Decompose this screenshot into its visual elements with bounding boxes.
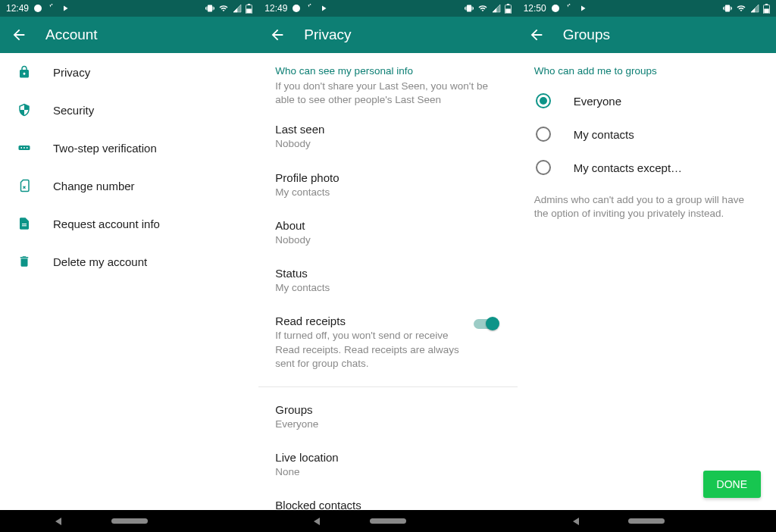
list-item-label: Delete my account — [53, 255, 147, 268]
page-title: Privacy — [304, 27, 351, 43]
setting-title: Status — [275, 267, 500, 280]
list-item-label: Request account info — [53, 217, 160, 230]
lock-icon — [17, 65, 32, 79]
signal-icon — [749, 4, 760, 13]
status-icon — [33, 4, 42, 13]
list-item-label: Change number — [53, 180, 135, 192]
setting-last-seen[interactable]: Last seen Nobody — [258, 113, 517, 161]
account-list: Privacy Security Two-step verification C… — [0, 53, 258, 510]
wifi-icon — [218, 4, 229, 13]
account-item-delete[interactable]: Delete my account — [0, 243, 258, 280]
back-icon[interactable] — [269, 27, 286, 43]
nav-home-icon[interactable] — [628, 518, 665, 524]
status-icon — [292, 4, 301, 13]
account-item-privacy[interactable]: Privacy — [0, 53, 258, 91]
nav-back-icon[interactable] — [573, 518, 579, 525]
wifi-icon — [736, 4, 746, 13]
setting-about[interactable]: About Nobody — [258, 209, 517, 257]
read-receipts-toggle[interactable] — [474, 317, 501, 330]
vibrate-icon — [464, 4, 474, 13]
setting-value: None — [275, 465, 500, 479]
radio-icon — [536, 160, 551, 175]
radio-icon — [536, 93, 551, 108]
status-bar: 12:50 — [518, 0, 776, 17]
battery-icon — [505, 4, 512, 14]
battery-icon — [763, 4, 770, 14]
setting-title: Profile photo — [275, 171, 500, 184]
nav-home-icon[interactable] — [370, 518, 406, 524]
setting-blocked-contacts[interactable]: Blocked contacts — [258, 489, 517, 510]
back-icon[interactable] — [11, 27, 27, 43]
svg-point-6 — [23, 147, 25, 149]
app-bar: Groups — [518, 17, 776, 53]
signal-icon — [491, 4, 502, 13]
radio-option-my-contacts-except[interactable]: My contacts except… — [518, 151, 776, 184]
setting-title: Blocked contacts — [275, 499, 500, 510]
three-phone-container: 12:49 Account Privacy Securi — [0, 0, 776, 510]
setting-value: Everyone — [275, 418, 500, 431]
signal-icon — [232, 4, 242, 13]
svg-point-10 — [293, 5, 300, 12]
setting-title: Read receipts — [275, 315, 464, 327]
done-button[interactable]: DONE — [703, 471, 761, 498]
setting-title: Groups — [275, 403, 500, 416]
svg-rect-13 — [505, 8, 511, 13]
account-item-two-step[interactable]: Two-step verification — [0, 129, 258, 167]
trash-icon — [17, 255, 32, 268]
setting-desc: If turned off, you won't send or receive… — [275, 329, 464, 371]
list-item-label: Two-step verification — [53, 142, 157, 155]
svg-rect-9 — [22, 225, 27, 226]
status-time: 12:50 — [524, 3, 546, 14]
svg-rect-8 — [22, 224, 27, 224]
vibrate-icon — [722, 4, 733, 13]
section-subtext: If you don't share your Last Seen, you w… — [258, 80, 517, 113]
footer-text: Admins who can't add you to a group will… — [518, 184, 776, 227]
setting-value: Nobody — [275, 137, 500, 151]
account-item-request-info[interactable]: Request account info — [0, 205, 258, 243]
nav-back-icon[interactable] — [314, 518, 320, 525]
sim-icon — [17, 179, 32, 192]
setting-title: Live location — [275, 451, 500, 464]
setting-live-location[interactable]: Live location None — [258, 441, 517, 489]
setting-value: My contacts — [275, 281, 500, 295]
radio-icon — [536, 127, 551, 142]
setting-value: Nobody — [275, 233, 500, 247]
nav-home-icon[interactable] — [111, 518, 148, 524]
phone-groups: 12:50 Groups Who can add me to groups Ev… — [518, 0, 776, 510]
privacy-list: Who can see my personal info If you don'… — [258, 53, 517, 510]
svg-rect-17 — [764, 8, 769, 13]
svg-rect-3 — [247, 8, 252, 13]
app-bar: Privacy — [258, 17, 517, 53]
status-icon — [551, 4, 560, 13]
status-time: 12:49 — [264, 3, 287, 14]
page-title: Account — [45, 27, 98, 43]
shield-icon — [17, 103, 32, 117]
wifi-icon — [477, 4, 488, 13]
status-bar: 12:49 — [0, 0, 258, 17]
account-item-security[interactable]: Security — [0, 91, 258, 129]
status-bar: 12:49 — [258, 0, 517, 17]
battery-icon — [246, 4, 252, 14]
status-icon — [319, 4, 328, 13]
setting-read-receipts[interactable]: Read receipts If turned off, you won't s… — [258, 305, 517, 380]
radio-option-my-contacts[interactable]: My contacts — [518, 117, 776, 151]
status-icon — [47, 4, 56, 13]
status-icon — [578, 4, 587, 13]
page-title: Groups — [563, 27, 610, 43]
svg-point-7 — [27, 147, 28, 149]
radio-option-everyone[interactable]: Everyone — [518, 84, 776, 117]
nav-back-icon[interactable] — [55, 518, 61, 525]
status-icon — [61, 4, 70, 13]
svg-rect-16 — [765, 4, 768, 5]
setting-title: Last seen — [275, 123, 500, 136]
back-icon[interactable] — [528, 27, 545, 43]
svg-rect-2 — [248, 4, 250, 5]
list-item-label: Privacy — [53, 66, 90, 79]
setting-status[interactable]: Status My contacts — [258, 257, 517, 305]
setting-profile-photo[interactable]: Profile photo My contacts — [258, 161, 517, 209]
account-item-change-number[interactable]: Change number — [0, 167, 258, 205]
list-item-label: Security — [53, 104, 94, 117]
setting-groups[interactable]: Groups Everyone — [258, 393, 517, 441]
radio-label: My contacts — [574, 128, 634, 141]
setting-value: My contacts — [275, 186, 500, 199]
